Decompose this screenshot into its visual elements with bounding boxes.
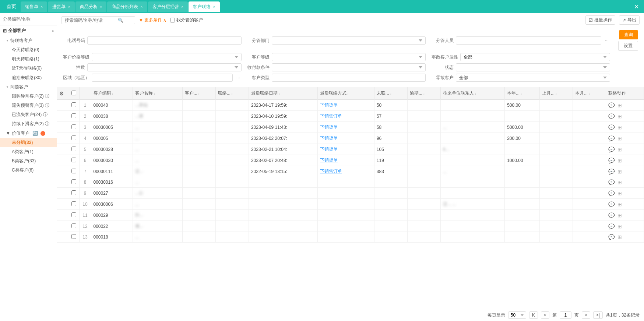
- cell-last-contact-way[interactable]: 下销货单: [317, 122, 374, 133]
- cell-checkbox[interactable]: [69, 155, 79, 166]
- th-contact[interactable]: 联络...↕: [215, 87, 249, 100]
- row-checkbox[interactable]: [71, 179, 76, 184]
- customer-type-input[interactable]: [272, 74, 426, 82]
- th-last-contact-date[interactable]: 最后联络日期↕: [249, 87, 317, 100]
- search-box[interactable]: 🔍: [61, 16, 135, 24]
- sidebar-group-value[interactable]: ▼ 价值客户 🔄 !: [0, 129, 57, 138]
- price-level-select[interactable]: [92, 53, 242, 61]
- cell-checkbox[interactable]: [69, 188, 79, 199]
- tab-product-list-close[interactable]: ×: [140, 4, 142, 9]
- sidebar-item-overdue[interactable]: 逾期未联络(30): [0, 73, 57, 82]
- tab-customer-tier[interactable]: 客户分层经营 ×: [148, 1, 188, 12]
- cell-last-contact-way[interactable]: 下销售订单: [317, 166, 374, 177]
- row-checkbox[interactable]: [71, 223, 76, 228]
- sidebar-item-tomorrow[interactable]: 明天待联络(1): [0, 54, 57, 64]
- batch-operation-button[interactable]: ☑ 批量操作: [585, 15, 615, 25]
- row-checkbox[interactable]: [71, 169, 76, 173]
- tab-sales-order[interactable]: 销售单 ×: [21, 1, 47, 12]
- page-size-select[interactable]: 50 100 200: [508, 311, 526, 319]
- person-input[interactable]: [456, 36, 601, 45]
- grid-action-icon[interactable]: ⊞: [617, 223, 622, 229]
- row-checkbox[interactable]: [71, 113, 76, 118]
- cell-checkbox[interactable]: [69, 111, 79, 122]
- all-customers-header[interactable]: ⊞ 全部客户 «: [0, 25, 57, 36]
- reset-button[interactable]: 设置: [618, 41, 638, 51]
- sidebar-item-classA[interactable]: A类客户(1): [0, 147, 57, 156]
- refresh-icon[interactable]: 🔄: [32, 131, 38, 136]
- cell-checkbox[interactable]: [69, 210, 79, 221]
- settings-icon[interactable]: ⚙: [59, 91, 64, 96]
- status-select[interactable]: [456, 63, 610, 71]
- cell-last-contact-way[interactable]: [317, 210, 374, 221]
- chat-icon[interactable]: 💬: [608, 201, 615, 207]
- more-conditions-button[interactable]: ▼ 更多条件 ∧: [139, 17, 166, 23]
- grid-action-icon[interactable]: ⊞: [617, 124, 622, 130]
- row-checkbox[interactable]: [71, 201, 76, 206]
- th-this-month[interactable]: 本月...↕: [573, 87, 606, 100]
- chat-icon[interactable]: 💬: [608, 113, 615, 119]
- row-checkbox[interactable]: [71, 124, 76, 129]
- cell-last-contact-way[interactable]: 下销货单: [317, 144, 374, 155]
- grid-action-icon[interactable]: ⊞: [617, 190, 622, 196]
- cell-last-contact-way[interactable]: 下销售订单: [317, 111, 374, 122]
- sidebar-item-today[interactable]: 今天待联络(0): [0, 45, 57, 54]
- prev-page-button[interactable]: <: [541, 311, 549, 319]
- query-button[interactable]: 查询: [619, 30, 638, 39]
- th-contact-person[interactable]: 往来单位联系人↕: [440, 87, 504, 100]
- last-page-button[interactable]: >|: [593, 311, 603, 319]
- person-ellipsis[interactable]: ···: [603, 38, 610, 43]
- sidebar-item-ungrooped[interactable]: 未分组(32): [0, 138, 57, 147]
- tab-customer-contact[interactable]: 客户联络 ×: [189, 1, 219, 12]
- chat-icon[interactable]: 💬: [608, 223, 615, 229]
- sidebar-item-abnormal[interactable]: 囤购异常客户(2) ⓘ: [0, 92, 57, 101]
- sidebar-item-declining[interactable]: 持续下滑客户(2) ⓘ: [0, 119, 57, 128]
- cell-last-contact-way[interactable]: [317, 188, 374, 199]
- th-overdue[interactable]: 逾期...↕: [407, 87, 440, 100]
- cell-last-contact-way[interactable]: [317, 221, 374, 232]
- chat-icon[interactable]: 💬: [608, 169, 615, 174]
- cell-last-contact-way[interactable]: 下销货单: [317, 133, 374, 144]
- chat-icon[interactable]: 💬: [608, 124, 615, 130]
- dept-select[interactable]: [272, 36, 426, 45]
- chat-icon[interactable]: 💬: [608, 190, 615, 196]
- cell-checkbox[interactable]: [69, 122, 79, 133]
- chat-icon[interactable]: 💬: [608, 212, 615, 218]
- cell-checkbox[interactable]: [69, 177, 79, 188]
- my-customers-checkbox[interactable]: [170, 18, 175, 22]
- cell-checkbox[interactable]: [69, 221, 79, 232]
- sidebar-search-input[interactable]: [3, 17, 57, 22]
- row-checkbox[interactable]: [71, 190, 76, 195]
- chat-icon[interactable]: 💬: [608, 158, 615, 163]
- th-last-contact-way[interactable]: 最后联络方式↕: [317, 87, 374, 100]
- grid-action-icon[interactable]: ⊞: [617, 201, 622, 207]
- sidebar-group-problem[interactable]: ▼ 问题客户: [0, 82, 57, 92]
- grid-action-icon[interactable]: ⊞: [617, 158, 622, 163]
- th-code[interactable]: 客户编码↕: [91, 87, 133, 100]
- chat-icon[interactable]: 💬: [608, 102, 615, 108]
- chat-icon[interactable]: 💬: [608, 135, 615, 141]
- tab-customer-tier-close[interactable]: ×: [181, 4, 183, 9]
- th-type[interactable]: 客户...↕: [182, 87, 215, 100]
- cell-last-contact-way[interactable]: [317, 199, 374, 210]
- tab-sales-order-close[interactable]: ×: [41, 4, 43, 9]
- scatter-attr-select[interactable]: 全部: [460, 53, 610, 61]
- grid-action-icon[interactable]: ⊞: [617, 169, 622, 174]
- tab-customer-contact-close[interactable]: ×: [213, 4, 215, 9]
- region-ellipsis[interactable]: ···: [235, 75, 242, 80]
- first-page-button[interactable]: K: [529, 311, 538, 319]
- grid-action-icon[interactable]: ⊞: [617, 212, 622, 218]
- chat-icon[interactable]: 💬: [608, 234, 615, 240]
- page-input[interactable]: [560, 311, 571, 319]
- cell-last-contact-way[interactable]: [317, 232, 374, 243]
- scatter-select[interactable]: 全部: [456, 74, 610, 82]
- th-this-year[interactable]: 本年...↕: [505, 87, 540, 100]
- row-checkbox[interactable]: [71, 147, 76, 151]
- sidebar-search-box[interactable]: 🔍: [0, 13, 57, 25]
- tab-product-analysis-close[interactable]: ×: [100, 4, 102, 9]
- cell-checkbox[interactable]: [69, 144, 79, 155]
- export-button[interactable]: ↗ 导出: [619, 15, 640, 25]
- region-input[interactable]: [92, 74, 233, 82]
- cell-last-contact-way[interactable]: 下销货单: [317, 155, 374, 166]
- sidebar-item-classB[interactable]: B类客户(33): [0, 156, 57, 166]
- cell-checkbox[interactable]: [69, 232, 79, 243]
